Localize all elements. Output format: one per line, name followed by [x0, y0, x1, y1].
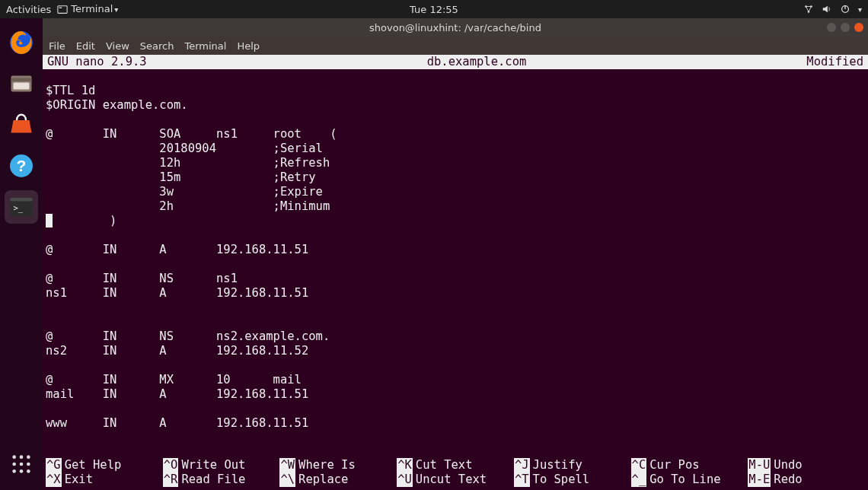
nano-shortcut: ^JJustify: [514, 458, 631, 473]
nano-shortcut: M-ERedo: [748, 473, 865, 487]
shortcut-label: Exit: [65, 473, 93, 487]
text-cursor: [46, 214, 53, 228]
shortcut-key: ^R: [163, 473, 179, 487]
nano-shortcut: ^_Go To Line: [631, 473, 748, 487]
menu-file[interactable]: File: [49, 40, 65, 52]
shortcut-key: ^O: [163, 458, 179, 473]
dock-terminal[interactable]: >_: [5, 190, 38, 224]
shortcut-key: ^_: [631, 473, 647, 487]
dock-apps-grid[interactable]: [5, 447, 38, 481]
nano-shortcut: ^UUncut Text: [397, 473, 514, 487]
apps-grid-icon: [11, 453, 32, 475]
terminal-icon: >_: [8, 193, 35, 221]
shortcut-key: M-E: [748, 473, 771, 487]
shortcut-key: ^J: [514, 458, 530, 473]
svg-point-17: [20, 455, 24, 459]
chevron-down-icon: ▾: [858, 5, 862, 14]
nano-header: GNU nano 2.9.3 db.example.com Modified: [43, 55, 868, 69]
shortcut-label: Redo: [774, 473, 802, 487]
menu-terminal[interactable]: Terminal: [184, 40, 226, 52]
nano-shortcut: ^GGet Help: [46, 458, 163, 473]
svg-rect-10: [14, 83, 30, 90]
nano-shortcut: ^CCur Pos: [631, 458, 748, 473]
nano-shortcut: ^WWhere Is: [279, 458, 397, 473]
power-icon: [840, 4, 850, 14]
volume-icon: [822, 4, 832, 14]
files-icon: [8, 70, 35, 97]
terminal-window: shovon@linuxhint: /var/cache/bind File E…: [43, 18, 868, 490]
svg-point-22: [12, 469, 16, 473]
terminal-menubar: File Edit View Search Terminal Help: [43, 37, 868, 55]
window-title: shovon@linuxhint: /var/cache/bind: [369, 22, 541, 33]
menu-view[interactable]: View: [106, 40, 129, 52]
dock: ? >_: [0, 18, 43, 490]
shortcut-label: Cut Text: [416, 458, 473, 473]
nano-editor-body[interactable]: $TTL 1d $ORIGIN example.com. @ IN SOA ns…: [43, 69, 868, 458]
menu-search[interactable]: Search: [140, 40, 174, 52]
shortcut-key: ^W: [279, 458, 295, 473]
svg-point-20: [20, 463, 24, 466]
nano-filename: db.example.com: [147, 55, 807, 69]
nano-shortcut: ^OWrite Out: [163, 458, 280, 473]
dock-files[interactable]: [5, 67, 38, 100]
svg-rect-14: [10, 198, 33, 202]
shortcut-label: Read File: [181, 473, 245, 487]
nano-shortcut: M-UUndo: [748, 458, 865, 473]
software-icon: [8, 111, 35, 138]
clock[interactable]: Tue 12:55: [410, 4, 458, 15]
shortcut-label: Cur Pos: [649, 458, 699, 473]
network-icon: [803, 4, 814, 14]
nano-shortcut: ^TTo Spell: [514, 473, 631, 487]
svg-rect-0: [58, 6, 67, 14]
shortcut-key: ^U: [397, 473, 413, 487]
activities-button[interactable]: Activities: [6, 4, 51, 15]
shortcut-label: Get Help: [65, 458, 122, 473]
firefox-icon: [8, 29, 35, 56]
window-maximize[interactable]: [841, 23, 850, 32]
dock-firefox[interactable]: [5, 26, 38, 59]
gnome-top-panel: Activities Terminal▾ Tue 12:55 ▾: [0, 0, 868, 18]
shortcut-label: Uncut Text: [416, 473, 487, 487]
shortcut-key: ^X: [46, 473, 62, 487]
shortcut-label: Justify: [533, 458, 582, 473]
nano-shortcut: ^RRead File: [163, 473, 280, 487]
menu-edit[interactable]: Edit: [76, 40, 95, 52]
svg-rect-1: [59, 7, 62, 8]
shortcut-label: To Spell: [533, 473, 590, 487]
svg-point-18: [27, 455, 30, 459]
terminal-content[interactable]: GNU nano 2.9.3 db.example.com Modified $…: [43, 55, 868, 490]
dock-help[interactable]: ?: [5, 149, 38, 183]
system-tray[interactable]: ▾: [803, 4, 862, 14]
shortcut-key: ^T: [514, 473, 530, 487]
shortcut-key: M-U: [748, 458, 771, 473]
shortcut-label: Replace: [298, 473, 348, 487]
svg-point-19: [12, 463, 16, 466]
nano-shortcut: ^\Replace: [279, 473, 397, 487]
nano-shortcut: ^KCut Text: [397, 458, 514, 473]
shortcut-key: ^G: [46, 458, 62, 473]
menu-help[interactable]: Help: [237, 40, 260, 52]
shortcut-label: Where Is: [298, 458, 356, 473]
dock-software[interactable]: [5, 108, 38, 142]
nano-shortcut: ^XExit: [46, 473, 163, 487]
window-minimize[interactable]: [827, 23, 836, 32]
svg-text:?: ?: [17, 157, 27, 174]
shortcut-key: ^K: [397, 458, 413, 473]
top-app-indicator[interactable]: Terminal▾: [57, 3, 118, 15]
svg-point-16: [12, 455, 16, 459]
shortcut-label: Write Out: [181, 458, 245, 473]
svg-point-24: [27, 469, 30, 473]
nano-shortcuts: ^GGet Help^OWrite Out^WWhere Is^KCut Tex…: [43, 458, 868, 490]
shortcut-label: Undo: [774, 458, 802, 473]
help-icon: ?: [8, 152, 35, 180]
svg-point-23: [20, 469, 24, 473]
shortcut-key: ^\: [279, 473, 295, 487]
nano-version: GNU nano 2.9.3: [47, 55, 147, 69]
svg-text:>_: >_: [14, 203, 24, 213]
shortcut-label: Go To Line: [649, 473, 720, 487]
shortcut-key: ^C: [631, 458, 647, 473]
svg-rect-9: [11, 78, 32, 82]
window-titlebar[interactable]: shovon@linuxhint: /var/cache/bind: [43, 18, 868, 37]
window-close[interactable]: [854, 23, 863, 32]
svg-point-21: [27, 463, 30, 466]
